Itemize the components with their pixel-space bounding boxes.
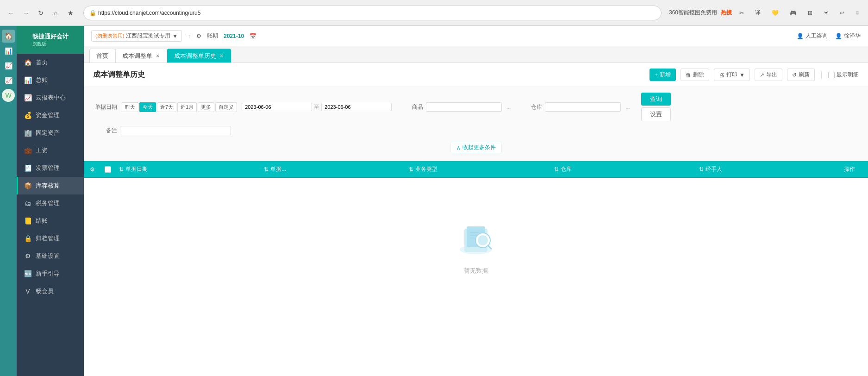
- remark-input[interactable]: [120, 126, 231, 135]
- rail-item-0[interactable]: 🏠: [2, 30, 15, 43]
- sidebar-item-settings[interactable]: ⚙ 基础设置: [17, 247, 84, 265]
- sidebar-item-home[interactable]: 🏠 首页: [17, 54, 84, 71]
- tab-cost-adjust[interactable]: 成本调整单 ×: [115, 49, 167, 63]
- tab-cost-adjust-history[interactable]: 成本调整单历史 ×: [167, 49, 231, 63]
- game-button[interactable]: 🎮: [786, 9, 800, 17]
- sidebar-item-reports[interactable]: 📈 云报表中心: [17, 89, 84, 107]
- wallet-button[interactable]: 💛: [768, 9, 782, 17]
- collapse-row: ∧ 收起更多条件: [93, 140, 859, 155]
- empty-state: 暂无数据: [84, 178, 868, 312]
- brightness-button[interactable]: ☀: [820, 9, 832, 17]
- sidebar-item-settle[interactable]: 📒 结账: [17, 212, 84, 230]
- consultant-label: 人工咨询: [806, 32, 828, 40]
- sidebar-item-salary[interactable]: 💼 工资: [17, 142, 84, 159]
- sidebar-item-icon-inventory: 📦: [24, 182, 32, 189]
- th-sort-icon-3: ⇅: [409, 166, 413, 173]
- th-warehouse-label: 仓库: [561, 165, 572, 173]
- date-btn-1month[interactable]: 近1月: [177, 102, 197, 112]
- address-bar[interactable]: 🔒 https://cloud.chanjet.com/accounting/u…: [83, 6, 662, 20]
- warehouse-input[interactable]: [545, 102, 621, 112]
- rail-item-wb[interactable]: W: [2, 89, 15, 102]
- date-btn-today[interactable]: 今天: [139, 102, 156, 112]
- translate-button[interactable]: 译: [751, 8, 764, 18]
- th-settings[interactable]: ⚙: [84, 166, 100, 173]
- calendar-icon[interactable]: 📅: [250, 33, 256, 39]
- delete-btn[interactable]: 🗑 删除: [681, 69, 709, 81]
- back-button[interactable]: ←: [6, 7, 17, 19]
- th-date[interactable]: ⇅ 单据日期: [115, 165, 260, 173]
- bookmark-button[interactable]: ★: [65, 7, 76, 19]
- sidebar-item-icon-home: 🏠: [24, 59, 32, 66]
- date-btn-yesterday[interactable]: 昨天: [122, 102, 138, 112]
- collapse-label: 收起更多条件: [462, 144, 496, 151]
- home-button[interactable]: ⌂: [50, 7, 61, 19]
- sidebar-item-vip[interactable]: V 畅会员: [17, 282, 84, 300]
- table-area: ⚙ ⇅ 单据日期 ⇅ 单据... ⇅ 业务类型: [84, 161, 868, 321]
- grid-button[interactable]: ⊞: [804, 9, 816, 17]
- settings-icon[interactable]: ⚙: [196, 33, 201, 39]
- sidebar-item-ledger[interactable]: 📊 总账: [17, 71, 84, 89]
- goods-more-btn[interactable]: ...: [506, 104, 511, 110]
- sidebar-item-tax[interactable]: 🗂 税务管理: [17, 194, 84, 212]
- settings-filter-btn[interactable]: 设置: [641, 107, 671, 121]
- empty-icon: [453, 215, 499, 261]
- th-checkbox[interactable]: [100, 166, 115, 173]
- forward-button[interactable]: →: [20, 7, 31, 19]
- date-btn-7days[interactable]: 近7天: [157, 102, 176, 112]
- top-bar: (勿删勿禁用) 江西服宝测试专用 ▼ + ⚙ 账期 2021-10 📅 👤 人工…: [84, 26, 868, 46]
- reload-button[interactable]: ↻: [35, 7, 46, 19]
- query-btn[interactable]: 查询: [641, 93, 671, 106]
- header-checkbox[interactable]: [105, 166, 111, 173]
- sidebar-item-icon-ledger: 📊: [24, 76, 32, 84]
- consultant-btn[interactable]: 👤 人工咨询: [797, 32, 828, 40]
- filter-area: 单据日期 昨天 今天 近7天 近1月 更多 自定义 至: [84, 87, 868, 161]
- refresh-btn[interactable]: ↺ 刷新: [787, 69, 815, 81]
- company-selector[interactable]: (勿删勿禁用) 江西服宝测试专用 ▼: [91, 30, 182, 42]
- rail-item-1[interactable]: 📊: [2, 44, 15, 57]
- warehouse-more-btn[interactable]: ...: [625, 104, 630, 110]
- sidebar-item-funds[interactable]: 💰 资金管理: [17, 107, 84, 124]
- add-company-btn[interactable]: +: [187, 33, 191, 39]
- query-settings-group: 查询 设置: [641, 93, 671, 121]
- th-handler[interactable]: ⇅ 经手人: [695, 165, 840, 173]
- sidebar-item-archive[interactable]: 🔒 归档管理: [17, 230, 84, 247]
- divider: [821, 71, 822, 79]
- scissor-button[interactable]: ✂: [736, 9, 748, 17]
- collapse-btn[interactable]: ∧ 收起更多条件: [450, 142, 502, 153]
- th-biztype[interactable]: ⇅ 业务类型: [405, 165, 550, 173]
- date-btn-custom[interactable]: 自定义: [215, 102, 237, 112]
- sidebar-item-label-invoice: 发票管理: [36, 164, 60, 172]
- sidebar-item-guide[interactable]: 🆕 新手引导: [17, 265, 84, 282]
- user-btn[interactable]: 👤 徐泽华: [835, 32, 861, 40]
- menu-button[interactable]: ≡: [852, 9, 862, 17]
- print-btn[interactable]: 🖨 打印 ▼: [714, 69, 750, 81]
- print-icon: 🖨: [719, 72, 724, 78]
- tab-cost-adjust-close[interactable]: ×: [155, 53, 160, 59]
- show-col-btn[interactable]: 显示明细: [828, 71, 859, 79]
- checkbox-icon: [828, 72, 835, 78]
- sidebar-item-inventory[interactable]: 📦 库存核算: [17, 177, 84, 194]
- date-to-input[interactable]: [321, 103, 392, 111]
- tab-cost-adjust-history-close[interactable]: ×: [219, 53, 224, 59]
- date-from-input[interactable]: [242, 103, 312, 111]
- refresh-label: 刷新: [799, 71, 810, 79]
- rail-item-3[interactable]: 📈: [2, 74, 15, 87]
- filter-item-goods: 商品 ...: [399, 102, 511, 112]
- th-number[interactable]: ⇅ 单据...: [260, 165, 405, 173]
- rail-item-2[interactable]: 📈: [2, 59, 15, 72]
- new-btn[interactable]: + 新增: [649, 69, 676, 81]
- goods-input[interactable]: [426, 102, 502, 112]
- sidebar-item-icon-tax: 🗂: [24, 200, 32, 207]
- dropdown-icon: ▼: [172, 33, 178, 39]
- sidebar-item-label-ledger: 总账: [36, 76, 48, 84]
- export-icon: ↗: [760, 72, 764, 78]
- sidebar-item-fixed[interactable]: 🏢 固定资产: [17, 124, 84, 142]
- tab-cost-adjust-history-label: 成本调整单历史: [174, 52, 216, 60]
- export-btn[interactable]: ↗ 导出: [755, 69, 782, 81]
- th-warehouse[interactable]: ⇅ 仓库: [550, 165, 695, 173]
- top-bar-right: 👤 人工咨询 👤 徐泽华: [797, 32, 861, 40]
- tab-home[interactable]: 首页: [89, 49, 115, 63]
- undo-button[interactable]: ↩: [836, 9, 848, 17]
- sidebar-item-invoice[interactable]: 🧾 发票管理: [17, 159, 84, 177]
- date-btn-more[interactable]: 更多: [198, 102, 214, 112]
